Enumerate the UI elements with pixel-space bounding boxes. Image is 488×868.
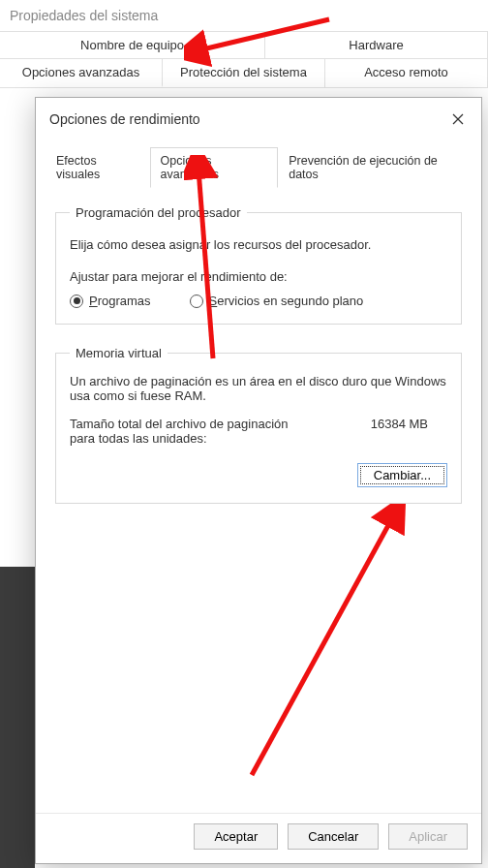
processor-desc: Elija cómo desea asignar los recursos de… [70,237,447,252]
vm-group-legend: Memoria virtual [70,346,168,360]
radio-programs-label: Programas [89,294,151,308]
tab-visual-effects[interactable]: Efectos visuales [46,147,150,188]
cancel-button[interactable]: Cancelar [288,823,379,850]
change-row: Cambiar... [70,463,447,487]
processor-group-legend: Programación del procesador [70,205,247,220]
tab-hardware[interactable]: Hardware [265,32,488,58]
tabs-row-1: Nombre de equipo Hardware [0,31,488,59]
dialog-buttons: Aceptar Cancelar Aplicar [36,813,481,863]
vm-desc: Un archivo de paginación es un área en e… [70,374,447,403]
dialog-content: Programación del procesador Elija cómo d… [36,188,481,813]
radio-icon [190,294,203,308]
tab-advanced-options[interactable]: Opciones avanzadas [150,147,279,188]
radio-programs[interactable]: Programas [70,294,151,308]
tab-dep[interactable]: Prevención de ejecución de datos [278,147,472,188]
tab-protection[interactable]: Protección del sistema [163,59,325,87]
vm-size-value: 16384 MB [371,417,447,446]
background-strip [0,567,35,868]
close-icon [452,113,464,125]
virtual-memory-group: Memoria virtual Un archivo de paginación… [55,346,462,504]
performance-options-dialog: Opciones de rendimiento Efectos visuales… [35,97,482,864]
window-title: Propiedades del sistema [0,0,488,31]
tabs-row-2: Opciones avanzadas Protección del sistem… [0,59,488,88]
processor-scheduling-group: Programación del procesador Elija cómo d… [55,205,462,325]
tab-remote[interactable]: Acceso remoto [325,59,488,87]
close-button[interactable] [446,108,470,131]
radio-services-label: Servicios en segundo plano [209,294,364,308]
perf-tabs: Efectos visuales Opciones avanzadas Prev… [46,146,472,188]
dialog-titlebar: Opciones de rendimiento [36,98,481,139]
vm-size-row: Tamaño total del archivo de paginación p… [70,417,447,446]
change-button-label: Cambiar... [374,468,431,482]
processor-adjust-label: Ajustar para mejorar el rendimiento de: [70,269,447,284]
change-button[interactable]: Cambiar... [357,463,447,487]
radio-services[interactable]: Servicios en segundo plano [190,294,364,308]
vm-size-label: Tamaño total del archivo de paginación p… [70,417,312,446]
tab-computer-name[interactable]: Nombre de equipo [0,32,265,58]
tab-advanced[interactable]: Opciones avanzadas [0,59,163,87]
processor-radios: Programas Servicios en segundo plano [70,294,447,308]
apply-button: Aplicar [388,823,468,850]
dialog-title: Opciones de rendimiento [49,111,200,127]
ok-button[interactable]: Aceptar [194,823,278,850]
radio-icon [70,294,83,308]
